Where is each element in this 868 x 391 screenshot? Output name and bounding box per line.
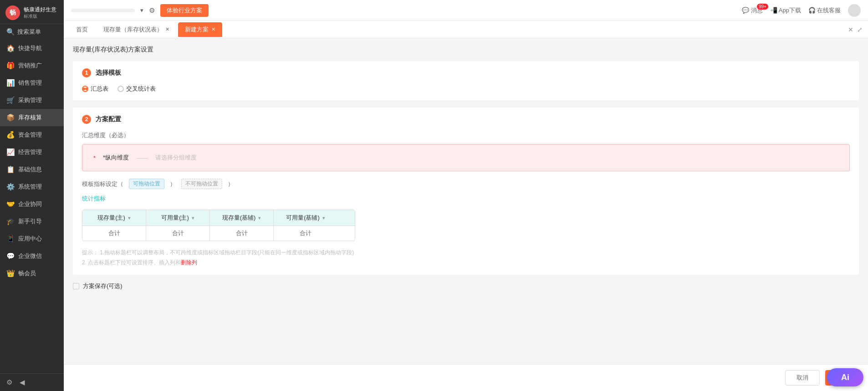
app-download-button[interactable]: 📲 App下载	[770, 6, 801, 15]
tab-close-icon[interactable]: ✕	[165, 26, 169, 32]
sidebar-logo: 畅 畅康通好生意 标准版	[0, 0, 64, 24]
sidebar-search-label: 搜索菜单	[17, 28, 41, 36]
box-icon: 📦	[6, 113, 15, 122]
step2-header: 2 方案配置	[82, 115, 850, 124]
sidebar-item-label: 畅会员	[18, 269, 36, 278]
dimension-placeholder: 请选择分组维度	[155, 154, 197, 162]
cart-icon: 🛒	[6, 96, 15, 104]
sidebar-bottom: ⚙ ◀	[0, 373, 64, 391]
collapse-icon[interactable]: ◀	[20, 378, 25, 386]
col-dropdown-icon[interactable]: ▾	[258, 215, 261, 221]
cell-available-aux: 合计	[274, 226, 337, 241]
required-mark: *	[93, 154, 96, 161]
col-available-aux[interactable]: 可用量(基辅) ▾	[274, 210, 337, 226]
service-label: 在线客服	[817, 6, 841, 15]
sidebar-item-operations[interactable]: 📈 经营管理	[0, 144, 64, 161]
indicator-setting: 模板指标设定（ 可拖动位置 ） 不可拖动位置 ）	[82, 179, 850, 189]
topbar-gear-icon[interactable]: ⚙	[149, 6, 155, 15]
sidebar-item-quick-nav[interactable]: 🏠 快捷导航	[0, 40, 64, 57]
footer: 取消 查询	[64, 364, 868, 391]
radio-cross-label: 交叉统计表	[126, 85, 156, 93]
sidebar-item-label: 新手引导	[18, 217, 42, 226]
sidebar-item-corp[interactable]: 🤝 企业协同	[0, 196, 64, 213]
tab-new-plan-label: 新建方案	[185, 26, 209, 34]
gear-icon: ⚙️	[6, 183, 15, 191]
col-dropdown-icon[interactable]: ▾	[322, 215, 325, 221]
dimension-area[interactable]: * *纵向维度 —— 请选择分组维度	[82, 144, 850, 171]
trial-button[interactable]: 体验行业方案	[160, 4, 209, 17]
col-current-main-label: 现存量(主)	[97, 214, 125, 222]
stats-label: 统计指标	[82, 195, 850, 203]
sidebar-nav: 🔍 搜索菜单 🏠 快捷导航 🎁 营销推广 📊 销售管理 🛒 采购管理 📦 库存核…	[0, 24, 64, 373]
sidebar-item-label: 应用中心	[18, 235, 42, 243]
col-current-main[interactable]: 现存量(主) ▾	[82, 210, 146, 226]
sidebar-item-appstore[interactable]: 📱 应用中心	[0, 230, 64, 247]
col-available-main[interactable]: 可用量(主) ▾	[146, 210, 210, 226]
sidebar-search[interactable]: 🔍 搜索菜单	[0, 24, 64, 40]
tip-2: 2. 点击标题栏下拉可设置排序、插入列和删除列	[82, 258, 850, 268]
graduate-icon: 🎓	[6, 217, 15, 226]
mobile-icon: 📱	[6, 235, 15, 243]
col-dropdown-icon[interactable]: ▾	[192, 215, 194, 221]
sidebar-item-newbie[interactable]: 🎓 新手引导	[0, 213, 64, 230]
col-current-aux[interactable]: 现存量(基辅) ▾	[210, 210, 274, 226]
ai-float-button[interactable]: Ai	[827, 368, 863, 386]
tab-new-plan[interactable]: 新建方案 ✕	[178, 22, 222, 37]
tab-inventory-status[interactable]: 现存量（库存状况表） ✕	[97, 22, 176, 37]
step1-card: 1 选择模板 汇总表 交叉统计表	[73, 61, 859, 100]
message-badge: 99+	[757, 4, 768, 10]
sidebar-item-system[interactable]: ⚙️ 系统管理	[0, 178, 64, 196]
step2-badge: 2	[82, 115, 91, 124]
cell-current-main: 合计	[82, 226, 146, 241]
cell-current-aux: 合计	[210, 226, 274, 241]
tab-new-plan-close-icon[interactable]: ✕	[211, 26, 215, 32]
sidebar-item-label: 销售管理	[18, 79, 42, 87]
sidebar-item-label: 采购管理	[18, 96, 42, 104]
sidebar-item-member[interactable]: 👑 畅会员	[0, 265, 64, 282]
ai-label: Ai	[841, 373, 849, 382]
main-area: ▾ ⚙ 体验行业方案 💬 消息 99+ 📲 App下载 🎧 在线客服 首页	[64, 0, 868, 391]
tips-section: 提示： 1.拖动标题栏可以调整布局，不可跨维度或指标区域拖动栏目字段(只能在同一…	[82, 248, 850, 268]
topbar-dropdown[interactable]: ▾	[140, 7, 143, 14]
sidebar-item-finance[interactable]: 💰 资金管理	[0, 126, 64, 144]
save-checkbox[interactable]	[73, 283, 79, 289]
online-service-button[interactable]: 🎧 在线客服	[808, 6, 841, 15]
step2-title: 方案配置	[96, 115, 121, 123]
tab-home[interactable]: 首页	[69, 22, 95, 37]
page-title: 现存量(库存状况表)方案设置	[73, 46, 859, 54]
cell-available-main: 合计	[146, 226, 210, 241]
search-icon: 🔍	[6, 28, 15, 36]
draggable-badge: 可拖动位置	[129, 179, 164, 189]
sidebar-item-purchase[interactable]: 🛒 采购管理	[0, 92, 64, 109]
logo-text: 畅康通好生意	[24, 6, 56, 14]
sidebar-item-label: 经营管理	[18, 148, 42, 156]
step1-title: 选择模板	[96, 69, 121, 77]
handshake-icon: 🤝	[6, 200, 15, 208]
radio-summary-label: 汇总表	[91, 85, 108, 93]
radio-summary[interactable]: 汇总表	[82, 85, 108, 93]
settings-icon[interactable]: ⚙	[6, 378, 12, 386]
expand-icon[interactable]: ⤢	[857, 26, 863, 33]
message-button[interactable]: 💬 消息 99+	[742, 6, 763, 15]
step2-card: 2 方案配置 汇总维度（必选） * *纵向维度 —— 请选择分组维度 模板指标设…	[73, 108, 859, 275]
radio-summary-dot	[82, 86, 88, 92]
topbar: ▾ ⚙ 体验行业方案 💬 消息 99+ 📲 App下载 🎧 在线客服	[64, 0, 868, 21]
sidebar-item-basic[interactable]: 📋 基础信息	[0, 161, 64, 178]
user-avatar[interactable]	[848, 4, 861, 17]
tab-home-label: 首页	[76, 26, 88, 34]
sidebar-item-label: 企业协同	[18, 200, 42, 208]
cancel-button[interactable]: 取消	[785, 370, 820, 386]
sidebar-item-marketing[interactable]: 🎁 营销推广	[0, 57, 64, 74]
chat-icon: 💬	[742, 7, 749, 14]
sidebar-item-wechat[interactable]: 💬 企业微信	[0, 247, 64, 265]
col-available-aux-label: 可用量(基辅)	[286, 214, 320, 222]
sidebar-item-inventory[interactable]: 📦 库存核算	[0, 109, 64, 126]
sidebar-item-sales[interactable]: 📊 销售管理	[0, 74, 64, 92]
mobile-download-icon: 📲	[770, 7, 777, 14]
close-panel-icon[interactable]: ✕	[848, 26, 853, 33]
radio-cross[interactable]: 交叉统计表	[117, 85, 156, 93]
col-dropdown-icon[interactable]: ▾	[128, 215, 131, 221]
topbar-right: 💬 消息 99+ 📲 App下载 🎧 在线客服	[742, 4, 861, 17]
stats-table-header: 现存量(主) ▾ 可用量(主) ▾ 现存量(基辅) ▾ 可用量(基辅) ▾	[82, 210, 355, 226]
money-icon: 💰	[6, 131, 15, 139]
